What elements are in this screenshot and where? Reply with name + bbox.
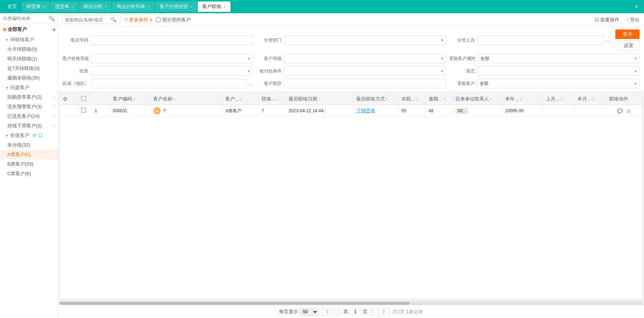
page-input[interactable] xyxy=(350,308,361,315)
contact-way-link[interactable]: 下销货单 xyxy=(356,108,375,113)
select-scatter-attr-wrapper[interactable]: 全部 ▼ xyxy=(478,54,640,63)
sidebar-item-warning[interactable]: 流失预警客户(3) ? xyxy=(0,102,58,112)
batch-op-btn[interactable]: ☑ 批量操作 xyxy=(595,17,619,23)
tab-goods-list-close[interactable]: × xyxy=(147,4,150,9)
sidebar-search-input[interactable] xyxy=(3,16,47,21)
tab-home[interactable]: 首页 xyxy=(3,1,21,12)
col-settings[interactable]: ⚙ xyxy=(60,93,78,105)
col-checkbox[interactable] xyxy=(78,93,92,105)
tab-goods-analysis[interactable]: 商品分析 × xyxy=(79,1,111,12)
table-settings-icon[interactable]: ⚙ xyxy=(63,96,68,102)
sidebar-search[interactable]: 🔍 xyxy=(0,13,58,24)
tab-customer-contact[interactable]: 客户联络 × xyxy=(198,1,230,12)
tab-purchase[interactable]: 进货单 × xyxy=(50,1,78,12)
filter-row-nature: 性质 ▼ xyxy=(62,66,253,76)
filter-search-box[interactable]: 🔍 xyxy=(62,15,121,24)
input-region[interactable] xyxy=(91,79,246,88)
select-status-wrapper[interactable]: ▼ xyxy=(477,66,640,76)
col-this-year[interactable]: 本年...⇅ xyxy=(502,93,543,105)
grid-action-icon[interactable]: ⊞ xyxy=(627,108,631,114)
col-not-contact[interactable]: 未联...⇅ xyxy=(398,93,426,105)
sidebar-item-repurchase[interactable]: 回购异常客户(2) ? xyxy=(0,92,58,102)
select-dept[interactable] xyxy=(284,35,446,45)
tab-customer-tier[interactable]: 客户分层经营 × xyxy=(155,1,197,12)
tab-sales-close[interactable]: × xyxy=(43,4,45,9)
col-last-contact-way[interactable]: 最后联络方式⇅ xyxy=(353,93,398,105)
input-ctype[interactable] xyxy=(284,79,446,88)
sidebar-item-overdue[interactable]: 逾期未联络(30) xyxy=(0,73,58,83)
filter-search-icon[interactable]: 🔍 xyxy=(111,17,117,22)
query-button[interactable]: 查询 xyxy=(615,29,640,39)
select-scatter-attr[interactable]: 全部 xyxy=(478,54,640,63)
tab-goods-analysis-close[interactable]: × xyxy=(105,4,107,9)
select-nature-wrapper[interactable]: ▼ xyxy=(90,66,253,76)
edit-icon[interactable]: ☐ xyxy=(38,133,42,138)
sidebar-item-a-class[interactable]: A类客户(1) xyxy=(0,150,58,159)
group-value[interactable]: ▼ 价值客户 ↺ ☐ xyxy=(0,131,58,140)
refresh-icon[interactable]: ↺ xyxy=(32,133,36,138)
next-page-btn[interactable]: 〉 xyxy=(369,308,379,316)
scrollbar-thumb[interactable] xyxy=(60,302,409,305)
message-icon[interactable]: 💬 xyxy=(617,108,623,114)
tab-sales[interactable]: 销货单 × xyxy=(22,1,50,12)
dots-manager[interactable]: ... xyxy=(606,37,610,43)
group-problem[interactable]: ▼ 问题客户 xyxy=(0,83,58,92)
sidebar-item-c-class[interactable]: C类客户(6) xyxy=(0,169,58,179)
my-customers-check[interactable]: 我分管的客户 xyxy=(156,17,191,23)
filter-more-btn[interactable]: ▽ 更多条件 ∧ xyxy=(124,17,153,23)
settings-button[interactable]: 设置 xyxy=(618,40,640,51)
select-scatter-cust[interactable]: 全部 xyxy=(477,79,640,88)
export-btn[interactable]: ↑ 导出 xyxy=(627,17,640,23)
scrollbar-track[interactable] xyxy=(60,302,643,305)
group-waiting[interactable]: ▼ 待联络客户 xyxy=(0,35,58,45)
sidebar-item-b-class[interactable]: B类客户(33) xyxy=(0,159,58,169)
sidebar-item-lost[interactable]: 已流失客户(24) ? xyxy=(0,112,58,121)
cell-checkbox[interactable] xyxy=(78,105,92,117)
cell-last-contact-way[interactable]: 下销货单 xyxy=(353,105,398,117)
tab-customer-contact-close[interactable]: × xyxy=(223,4,226,9)
col-code[interactable]: 客户编码⇅ xyxy=(110,93,150,105)
sidebar-item-today[interactable]: 今天待联络(0) xyxy=(0,45,58,54)
sidebar-item-tomorrow[interactable]: 明天待联络(1) xyxy=(0,54,58,64)
col-type[interactable]: 客户...⇅ xyxy=(222,93,258,105)
col-overdue[interactable]: 逾期...⇅ xyxy=(425,93,452,105)
select-price-grade[interactable] xyxy=(91,54,253,63)
select-dept-wrapper[interactable]: ▼ xyxy=(284,35,446,45)
col-last-month[interactable]: 上月...⇅ xyxy=(543,93,574,105)
select-payment-wrapper[interactable]: ▼ xyxy=(284,66,446,76)
col-contact[interactable]: 联络...⇅ xyxy=(258,93,286,105)
select-payment[interactable] xyxy=(284,66,446,76)
select-customer-grade-wrapper[interactable]: ▼ xyxy=(284,54,446,63)
tab-customer-tier-close[interactable]: × xyxy=(190,4,193,9)
tab-goods-list[interactable]: 商品分析列表 × xyxy=(112,1,154,12)
dots-region[interactable]: ... xyxy=(248,81,253,86)
first-page-btn[interactable]: 《 xyxy=(321,308,331,316)
select-nature[interactable] xyxy=(90,66,253,76)
last-page-btn[interactable]: 》 xyxy=(380,308,390,316)
sidebar-search-icon[interactable]: 🔍 xyxy=(49,15,55,21)
collapse-icon[interactable]: ◀ xyxy=(52,27,55,32)
sidebar-item-7days[interactable]: 近7天待联络(0) xyxy=(0,64,58,73)
per-page-select[interactable]: 50 20 100 xyxy=(300,308,318,316)
col-name[interactable]: 客户名称⇅ xyxy=(150,93,222,105)
select-customer-grade[interactable] xyxy=(284,54,446,63)
close-all-btn[interactable]: × xyxy=(632,3,641,10)
my-customers-checkbox[interactable] xyxy=(156,17,161,22)
select-scatter-cust-wrapper[interactable]: 全部 ▼ xyxy=(477,79,640,88)
input-manager[interactable] xyxy=(477,35,604,45)
horizontal-scrollbar[interactable] xyxy=(58,301,644,305)
prev-page-btn[interactable]: 〈 xyxy=(332,308,342,316)
sidebar-item-declining[interactable]: 持续下滑客户(2) ? xyxy=(0,121,58,131)
select-all-checkbox[interactable] xyxy=(81,96,86,101)
sidebar-item-ungroup[interactable]: 未分组(32) xyxy=(0,140,58,150)
select-status[interactable] xyxy=(477,66,640,76)
col-this-month[interactable]: 本月...⇅ xyxy=(574,93,606,105)
input-phone[interactable] xyxy=(90,35,253,45)
tab-purchase-close[interactable]: × xyxy=(71,4,74,9)
select-price-grade-wrapper[interactable]: ▼ xyxy=(91,54,253,63)
col-unit-contact[interactable]: 往来单位联系人⇅ xyxy=(452,93,502,105)
all-customers-header[interactable]: ⊞ 全部客户 ◀ xyxy=(0,24,58,35)
row-checkbox[interactable] xyxy=(81,108,86,113)
filter-search-input[interactable] xyxy=(65,17,109,22)
col-last-contact-date[interactable]: 最后联络日期⇅ xyxy=(286,93,353,105)
